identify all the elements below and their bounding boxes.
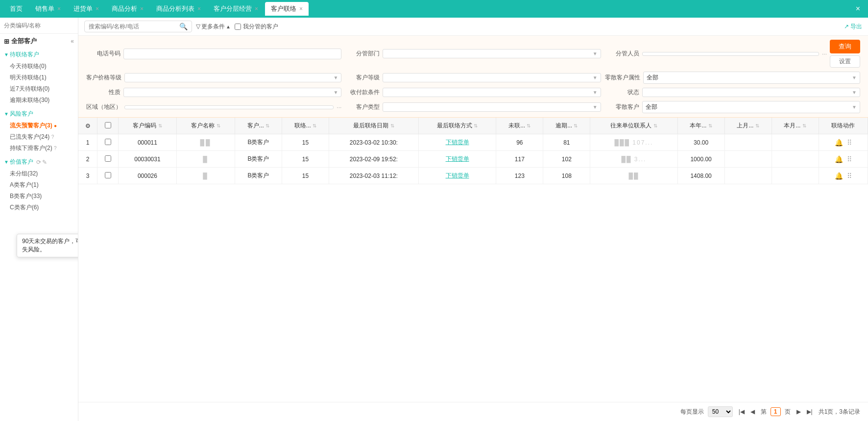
price-level-select[interactable]: ▼	[124, 73, 341, 82]
per-page-select[interactable]: 50 100	[708, 406, 733, 417]
sort-code-icon[interactable]: ⇅	[158, 123, 162, 128]
sidebar-item-c-class[interactable]: C类客户(6)	[0, 202, 78, 213]
sort-lmonth-icon[interactable]: ⇅	[755, 123, 759, 128]
region-select[interactable]	[124, 105, 334, 109]
col-name[interactable]: 客户名称 ⇅	[176, 118, 235, 134]
refresh-icon[interactable]: ⟳	[36, 159, 41, 166]
page-prev-icon[interactable]: ◀	[748, 407, 757, 416]
col-last-month[interactable]: 上月... ⇅	[724, 118, 772, 134]
tab-home[interactable]: 首页	[4, 2, 28, 16]
action-more-icon[interactable]: ⠿	[847, 155, 852, 163]
tab-sales[interactable]: 销售单 ×	[29, 2, 67, 16]
query-button[interactable]: 查询	[830, 40, 860, 53]
sidebar-group-pending-title[interactable]: ▼ 待联络客户	[0, 49, 78, 61]
col-settings[interactable]: ⚙	[78, 118, 97, 134]
tab-customer-link[interactable]: 客户联络 ×	[265, 2, 309, 16]
cust-level-select[interactable]: ▼	[383, 73, 601, 82]
col-this-month[interactable]: 本月... ⇅	[772, 118, 819, 134]
sidebar-search-input[interactable]	[4, 22, 77, 29]
sidebar-item-today[interactable]: 今天待联络(0)	[0, 61, 78, 72]
sort-year-icon[interactable]: ⇅	[708, 123, 712, 128]
action-more-icon[interactable]: ⠿	[847, 172, 852, 180]
sidebar-item-ungrouped[interactable]: 未分组(32)	[0, 168, 78, 179]
dept-select[interactable]: ▼	[383, 49, 601, 58]
sort-date-icon[interactable]: ⇅	[390, 123, 394, 128]
window-close-button[interactable]: ×	[852, 4, 864, 13]
my-customers-checkbox[interactable]	[235, 24, 241, 30]
sidebar-item-churn-warning[interactable]: 流失预警客户(3) ●	[0, 120, 78, 131]
tab-sales-close[interactable]: ×	[57, 5, 61, 12]
tab-customer-link-close[interactable]: ×	[299, 5, 303, 12]
cell-check[interactable]	[97, 168, 119, 184]
tab-analysis[interactable]: 商品分析 ×	[106, 2, 149, 16]
sort-contact-icon[interactable]: ⇅	[313, 123, 316, 128]
col-type[interactable]: 客户... ⇅	[235, 118, 282, 134]
col-check-all[interactable]	[97, 118, 119, 134]
sidebar-item-tomorrow[interactable]: 明天待联络(1)	[0, 72, 78, 83]
sidebar-collapse-icon[interactable]: «	[71, 38, 74, 45]
tab-purchase-close[interactable]: ×	[96, 5, 99, 12]
sort-type-icon[interactable]: ⇅	[265, 123, 269, 128]
page-last-icon[interactable]: ▶|	[805, 407, 815, 416]
search-icon[interactable]: 🔍	[179, 23, 188, 30]
tab-customer-segment-close[interactable]: ×	[255, 5, 258, 12]
retail-select[interactable]: 全部 ▼	[642, 101, 860, 113]
sidebar-item-already-churn[interactable]: 已流失客户(24) ?	[0, 131, 78, 143]
export-button[interactable]: ↗ 导出	[844, 23, 862, 31]
more-conditions-button[interactable]: ▽ 更多条件 ▲	[196, 23, 231, 31]
sidebar-item-a-class[interactable]: A类客户(1)	[0, 179, 78, 191]
action-note-icon[interactable]: 🔔	[835, 155, 843, 163]
sidebar-item-b-class[interactable]: B类客户(33)	[0, 191, 78, 202]
col-not-contacted[interactable]: 未联... ⇅	[496, 118, 543, 134]
tab-analysis-list[interactable]: 商品分析列表 ×	[150, 2, 207, 16]
tab-analysis-close[interactable]: ×	[140, 5, 144, 12]
sort-overdue-icon[interactable]: ⇅	[574, 123, 578, 128]
settings-icon[interactable]: ⚙	[85, 123, 91, 129]
col-unit-contact[interactable]: 往来单位联系人 ⇅	[590, 118, 677, 134]
sidebar-item-overdue[interactable]: 逾期未联络(30)	[0, 95, 78, 106]
search-input[interactable]	[89, 23, 176, 30]
page-next-icon[interactable]: ▶	[795, 407, 803, 416]
sidebar-item-7days[interactable]: 近7天待联络(0)	[0, 83, 78, 95]
sort-not-icon[interactable]: ⇅	[527, 123, 530, 128]
col-this-year[interactable]: 本年... ⇅	[677, 118, 724, 134]
action-more-icon[interactable]: ⠿	[847, 139, 852, 147]
cell-check[interactable]	[97, 134, 119, 151]
manager-dots[interactable]: ···	[822, 50, 827, 57]
tab-purchase[interactable]: 进货单 ×	[68, 2, 105, 16]
sidebar-item-declining[interactable]: 持续下滑客户(2) ?	[0, 143, 78, 154]
cell-last-method[interactable]: 下销货单	[418, 151, 496, 168]
action-note-icon[interactable]: 🔔	[835, 139, 843, 147]
tab-customer-segment[interactable]: 客户分层经营 ×	[208, 2, 264, 16]
tab-analysis-list-close[interactable]: ×	[197, 5, 201, 12]
my-customers-check[interactable]: 我分管的客户	[235, 23, 278, 31]
phone-input[interactable]	[123, 49, 341, 59]
cust-type-select[interactable]: ▼	[383, 102, 601, 112]
page-first-icon[interactable]: |◀	[737, 407, 747, 416]
sort-name-icon[interactable]: ⇅	[217, 123, 220, 128]
edit-icon[interactable]: ✎	[42, 159, 47, 166]
current-page[interactable]: 1	[771, 407, 781, 416]
sort-unit-icon[interactable]: ⇅	[653, 123, 657, 128]
sidebar-all-customers[interactable]: ⊞ 全部客户 «	[0, 34, 78, 49]
cell-check[interactable]	[97, 151, 119, 168]
region-dots[interactable]: ···	[337, 104, 341, 111]
col-last-date[interactable]: 最后联络日期 ⇅	[329, 118, 419, 134]
cell-last-method[interactable]: 下销货单	[418, 134, 496, 151]
retail-attr-select[interactable]: 全部 ▼	[643, 72, 860, 84]
nature-select[interactable]: ▼	[123, 88, 341, 97]
action-note-icon[interactable]: 🔔	[835, 172, 843, 180]
sidebar-group-churn-title[interactable]: ▼ 风险客户	[0, 108, 78, 120]
sort-tmonth-icon[interactable]: ⇅	[802, 123, 806, 128]
payment-select[interactable]: ▼	[383, 88, 601, 97]
manager-select[interactable]	[642, 52, 819, 56]
search-input-area[interactable]: 🔍	[84, 21, 192, 32]
col-last-method[interactable]: 最后联络方式 ⇅	[418, 118, 496, 134]
settings-button[interactable]: 设置	[830, 55, 860, 68]
sort-method-icon[interactable]: ⇅	[474, 123, 478, 128]
col-code[interactable]: 客户编码 ⇅	[118, 118, 176, 134]
check-all-checkbox[interactable]	[105, 122, 111, 128]
sidebar-group-value-title[interactable]: ▼ 价值客户 ⟳ ✎	[0, 156, 78, 168]
col-overdue[interactable]: 逾期... ⇅	[543, 118, 590, 134]
col-contact[interactable]: 联络... ⇅	[282, 118, 329, 134]
